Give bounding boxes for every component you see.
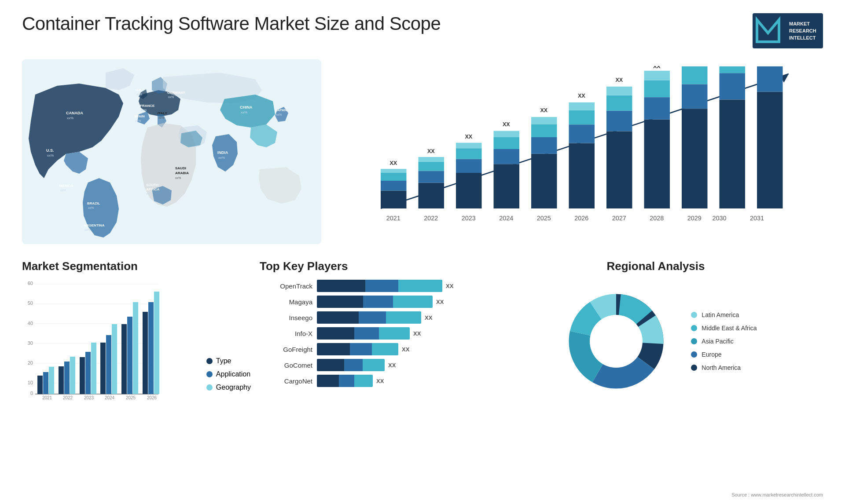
reg-legend-europe: Europe <box>691 351 757 358</box>
player-row-magaya: Magaya XX <box>260 296 480 308</box>
svg-rect-85 <box>644 71 670 80</box>
svg-text:2021: 2021 <box>386 215 400 222</box>
bar-seg3 <box>379 327 410 340</box>
svg-rect-84 <box>644 80 670 97</box>
svg-rect-54 <box>456 148 482 159</box>
svg-text:SPAIN: SPAIN <box>134 114 145 118</box>
player-bar-wrap: XX <box>317 311 480 324</box>
reg-dot-latin-america <box>691 312 697 318</box>
legend-label-application: Application <box>216 370 250 378</box>
svg-text:xx%: xx% <box>218 156 225 160</box>
player-name: GoComet <box>260 362 312 369</box>
svg-text:xx%: xx% <box>135 119 141 122</box>
svg-rect-40 <box>381 191 407 209</box>
svg-text:RESEARCH: RESEARCH <box>789 28 816 33</box>
svg-rect-48 <box>419 162 445 171</box>
svg-rect-76 <box>606 131 632 209</box>
svg-text:0: 0 <box>30 391 33 396</box>
bar-seg3 <box>386 311 421 324</box>
svg-text:MARKET: MARKET <box>789 21 810 26</box>
svg-text:2024: 2024 <box>105 395 115 400</box>
svg-text:CHINA: CHINA <box>240 105 253 110</box>
source-text: Source : www.marketresearchintellect.com <box>731 492 823 497</box>
reg-dot-asia-pacific <box>691 338 697 344</box>
bar-seg3 <box>372 343 398 355</box>
svg-rect-98 <box>757 66 783 92</box>
player-bar <box>317 359 385 371</box>
reg-label-middle-east: Middle East & Africa <box>702 325 757 332</box>
svg-rect-137 <box>148 302 154 394</box>
top-section: CANADA xx% U.S. xx% MEXICO xx% BRAZIL xx… <box>22 57 823 246</box>
donut-svg <box>555 280 678 403</box>
svg-text:XX: XX <box>389 160 397 166</box>
player-row-opentrack: OpenTrack XX <box>260 280 480 292</box>
seg-chart-container: 60 50 40 30 20 10 0 <box>22 280 251 405</box>
svg-rect-130 <box>112 324 117 394</box>
svg-rect-64 <box>531 154 557 208</box>
player-bar-wrap: XX <box>317 296 480 308</box>
svg-text:2030: 2030 <box>712 215 726 222</box>
svg-text:SAUDI: SAUDI <box>175 166 186 170</box>
reg-legend-middle-east: Middle East & Africa <box>691 325 757 332</box>
reg-label-north-america: North America <box>702 364 741 371</box>
svg-text:SOUTH: SOUTH <box>146 183 158 187</box>
svg-rect-94 <box>720 100 746 209</box>
regional-title: Regional Analysis <box>489 259 823 273</box>
svg-rect-72 <box>569 110 595 124</box>
svg-rect-83 <box>644 97 670 119</box>
svg-text:xx%: xx% <box>241 110 247 114</box>
reg-dot-north-america <box>691 365 697 371</box>
regional-area: Regional Analysis <box>489 259 823 444</box>
world-map-svg: CANADA xx% U.S. xx% MEXICO xx% BRAZIL xx… <box>22 57 321 246</box>
svg-rect-117 <box>43 372 48 394</box>
legend-item-application: Application <box>206 370 251 378</box>
svg-text:xx%: xx% <box>88 206 94 209</box>
svg-rect-66 <box>531 124 557 137</box>
regional-legend: Latin America Middle East & Africa Asia … <box>691 311 757 371</box>
player-bar-wrap: XX <box>317 280 480 292</box>
player-row-cargonet: CargoNet XX <box>260 375 480 387</box>
svg-rect-95 <box>720 73 746 99</box>
player-name: Info-X <box>260 330 312 337</box>
svg-text:2026: 2026 <box>574 215 588 222</box>
bar-seg2 <box>365 280 398 292</box>
reg-label-europe: Europe <box>702 351 721 358</box>
svg-rect-71 <box>569 124 595 143</box>
player-name: GoFreight <box>260 346 312 353</box>
legend-dot-application <box>206 371 213 377</box>
svg-rect-73 <box>569 102 595 110</box>
svg-text:ITALY: ITALY <box>158 111 167 115</box>
bar-chart-svg: 2021 XX 2022 XX 2023 XX <box>343 66 814 224</box>
svg-text:XX: XX <box>653 66 661 69</box>
segmentation-area: Market Segmentation 60 50 40 30 20 10 0 <box>22 259 251 444</box>
bar-seg1 <box>317 296 363 308</box>
svg-text:2025: 2025 <box>126 395 136 400</box>
legend-item-type: Type <box>206 357 251 365</box>
svg-text:xx%: xx% <box>146 192 152 195</box>
svg-text:2025: 2025 <box>537 215 551 222</box>
bar-seg1 <box>317 327 354 340</box>
svg-text:20: 20 <box>28 360 33 365</box>
svg-text:10: 10 <box>28 380 33 385</box>
player-xx: XX <box>425 314 432 321</box>
bottom-section: Market Segmentation 60 50 40 30 20 10 0 <box>22 259 823 444</box>
svg-rect-53 <box>456 159 482 173</box>
logo-box: MARKET RESEARCH INTELLECT <box>753 13 823 48</box>
svg-text:MEXICO: MEXICO <box>59 184 73 188</box>
svg-rect-132 <box>121 324 127 394</box>
player-bar <box>317 280 442 292</box>
player-xx: XX <box>376 378 384 384</box>
svg-text:CANADA: CANADA <box>66 111 83 115</box>
svg-text:U.S.: U.S. <box>46 148 54 153</box>
svg-rect-121 <box>64 362 70 394</box>
svg-rect-79 <box>606 87 632 95</box>
segmentation-title: Market Segmentation <box>22 259 251 273</box>
player-xx: XX <box>446 283 453 289</box>
svg-rect-67 <box>531 117 557 124</box>
reg-dot-middle-east <box>691 325 697 331</box>
svg-rect-125 <box>85 352 91 394</box>
bar-seg2 <box>339 375 354 387</box>
svg-rect-61 <box>494 131 520 137</box>
player-xx: XX <box>413 330 421 337</box>
svg-text:2023: 2023 <box>462 215 476 222</box>
